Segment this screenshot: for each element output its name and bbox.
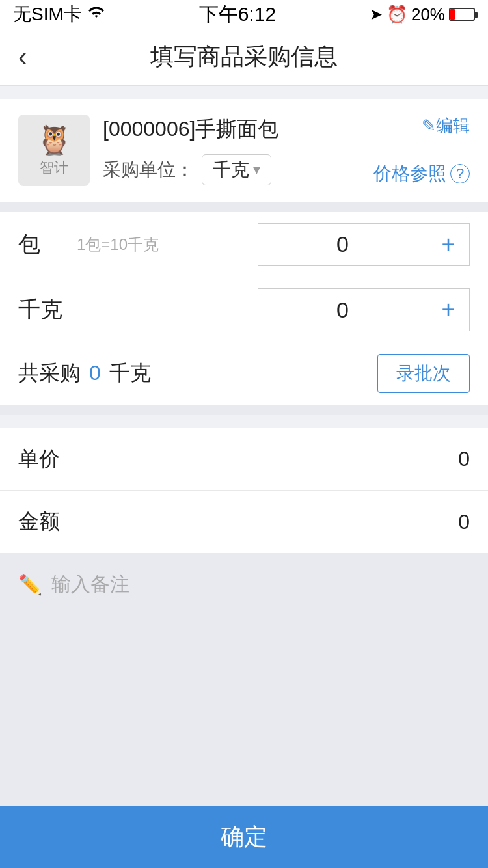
status-bar: 无SIM卡 下午6:12 ➤ ⏰ 20% [0,0,488,29]
status-left: 无SIM卡 [13,2,105,27]
status-right: ➤ ⏰ 20% [370,5,475,25]
unit-price-label: 单价 [18,445,60,474]
kg-input-row: 千克 + [0,277,488,342]
carrier-label: 无SIM卡 [13,2,82,27]
summary-count: 0 [89,361,101,385]
nav-bar: ‹ 填写商品采购信息 [0,29,488,86]
input-section: 包 1包=10千克 + 千克 + [0,212,488,342]
kg-quantity-input[interactable] [258,288,427,331]
amount-row: 金额 0 [0,491,488,553]
alarm-icon: ⏰ [386,5,407,25]
chevron-down-icon: ▾ [253,161,260,178]
kg-input-right: + [258,288,470,331]
unit-price-row: 单价 0 [0,428,488,491]
unit-price-value: 0 [458,447,470,471]
section-divider-2 [0,405,488,415]
summary-section: 共采购 0 千克 录批次 [0,342,488,405]
unit-label: 采购单位： [103,157,194,182]
page-title: 填写商品采购信息 [150,41,338,73]
product-name: [0000006]手撕面包 [103,115,470,144]
pack-label: 包 [18,230,70,260]
pencil-icon: ✏️ [18,573,42,596]
price-ref-label: 价格参照 [373,161,446,186]
price-ref-button[interactable]: 价格参照 ? [373,161,470,186]
gps-icon: ➤ [370,5,383,23]
remark-section[interactable]: ✏️ 输入备注 [0,553,488,616]
pack-input-row: 包 1包=10千克 + [0,212,488,277]
summary-text: 共采购 0 千克 [18,359,151,388]
battery-percent: 20% [411,5,445,25]
section-divider-1 [0,202,488,212]
pack-sublabel: 1包=10千克 [77,234,159,255]
edit-button[interactable]: ✎编辑 [422,115,470,137]
batch-button[interactable]: 录批次 [377,354,470,393]
amount-label: 金额 [18,508,60,536]
confirm-button[interactable]: 确定 [0,806,488,868]
unit-value: 千克 [213,157,249,182]
unit-select[interactable]: 千克 ▾ [202,154,271,185]
price-ref-icon: ? [450,164,470,183]
status-time: 下午6:12 [199,1,276,28]
pack-plus-button[interactable]: + [427,223,470,266]
product-logo: 🦉 智计 [18,115,90,186]
summary-unit: 千克 [109,361,151,385]
logo-owl-icon: 🦉 [36,123,72,157]
kg-plus-button[interactable]: + [427,288,470,331]
price-section: 单价 0 金额 0 [0,428,488,553]
summary-prefix: 共采购 [18,361,81,385]
remark-placeholder: 输入备注 [51,571,129,598]
gray-fill-area [0,616,488,806]
pack-input-right: + [258,223,470,266]
pack-quantity-input[interactable] [258,223,427,266]
wifi-icon [87,4,105,25]
amount-value: 0 [458,510,470,534]
back-button[interactable]: ‹ [18,42,27,72]
product-card: 🦉 智计 [0000006]手撕面包 采购单位： 千克 ▾ ✎编辑 价格参照 ? [0,99,488,202]
battery-icon [449,8,475,21]
kg-label: 千克 [18,295,70,325]
logo-text: 智计 [40,158,68,178]
